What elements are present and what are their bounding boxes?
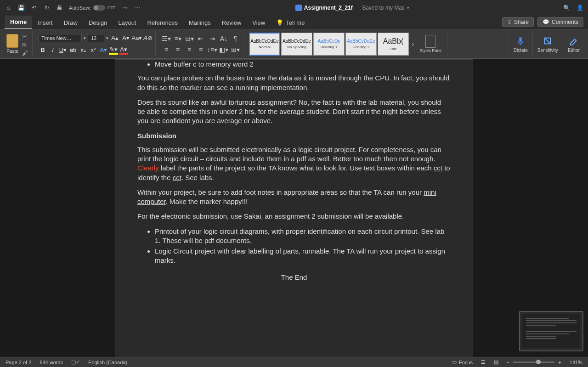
- save-icon[interactable]: 💾: [17, 4, 25, 11]
- text-effects-icon[interactable]: A▾: [99, 45, 108, 55]
- titlebar-center: Assignment_2_21f — Saved to my Mac ▾: [146, 5, 559, 11]
- document-area[interactable]: Move buffer c to memory word 2 You can p…: [0, 59, 588, 357]
- navigation-thumbnail[interactable]: [519, 311, 583, 351]
- sensitivity-icon: [543, 35, 553, 46]
- font-size-select[interactable]: [88, 34, 104, 42]
- tab-draw[interactable]: Draw: [58, 17, 83, 29]
- template-icon[interactable]: ▭: [121, 4, 129, 11]
- align-left-icon[interactable]: ≡: [161, 45, 171, 54]
- tab-references[interactable]: References: [142, 17, 183, 29]
- underline-button[interactable]: U▾: [58, 45, 68, 55]
- word-count[interactable]: 644 words: [40, 360, 63, 365]
- align-right-icon[interactable]: ≡: [184, 45, 194, 54]
- comments-button[interactable]: 💬 Comments: [537, 17, 583, 27]
- superscript-button[interactable]: x²: [89, 45, 98, 55]
- zoom-out-icon[interactable]: −: [507, 360, 509, 365]
- print-icon[interactable]: 🖶: [56, 4, 63, 11]
- undo-icon[interactable]: ↶: [30, 4, 38, 11]
- styles-pane-label: Styles Pane: [419, 49, 441, 53]
- language-indicator[interactable]: English (Canada): [88, 360, 127, 365]
- autosave-toggle[interactable]: AutoSave OFF: [69, 5, 116, 11]
- highlight-icon[interactable]: ✎▾: [109, 45, 118, 55]
- account-icon[interactable]: 👤: [577, 5, 583, 11]
- clipboard-group: Paste ✂ ⎘ 🖌: [4, 31, 33, 56]
- borders-icon[interactable]: ⊞▾: [230, 45, 240, 54]
- numbering-icon[interactable]: ≡▾: [173, 34, 183, 43]
- multilevel-icon[interactable]: ⊟▾: [184, 34, 194, 43]
- ribbon-right: Dictate Sensitivity Editor: [509, 31, 584, 57]
- text-span: . See labs.: [181, 174, 214, 181]
- bullets-icon[interactable]: ☰▾: [161, 34, 171, 43]
- subscript-button[interactable]: x₂: [79, 45, 88, 55]
- autosave-label: AutoSave: [69, 5, 91, 11]
- format-painter-icon[interactable]: 🖌: [22, 50, 28, 55]
- page-indicator[interactable]: Page 2 of 2: [6, 360, 31, 365]
- style-title[interactable]: AaBb( Title: [378, 33, 409, 56]
- home-icon[interactable]: ⌂: [5, 4, 12, 11]
- more-icon[interactable]: ⋯: [134, 4, 141, 11]
- sort-icon[interactable]: A↓: [219, 34, 229, 43]
- spellcheck-icon[interactable]: ▢✓: [71, 359, 80, 365]
- italic-button[interactable]: I: [48, 45, 57, 55]
- tab-review[interactable]: Review: [216, 17, 247, 29]
- toggle-switch-icon[interactable]: [93, 5, 105, 11]
- slider-track[interactable]: [513, 361, 554, 363]
- copy-icon[interactable]: ⎘: [22, 41, 28, 47]
- body-paragraph: This submission will be submitted electr…: [137, 145, 451, 182]
- view-print-icon[interactable]: ☰: [481, 359, 486, 365]
- tab-layout[interactable]: Layout: [113, 17, 141, 29]
- underline-cct: cct: [173, 174, 181, 181]
- focus-mode-button[interactable]: ▭ Focus: [452, 359, 473, 365]
- bullet-item: Logic Circuit project with clear labelli…: [155, 247, 451, 265]
- tab-design[interactable]: Design: [83, 17, 113, 29]
- share-label: Share: [514, 19, 529, 25]
- chevron-down-icon[interactable]: ▾: [106, 36, 108, 40]
- document-page[interactable]: Move buffer c to memory word 2 You can p…: [115, 59, 473, 357]
- grow-font-icon[interactable]: A▴: [110, 34, 119, 43]
- tab-insert[interactable]: Insert: [32, 17, 58, 29]
- styles-group: AaBbCcDdEe Normal AaBbCcDdEe No Spacing …: [246, 31, 447, 56]
- tab-mailings[interactable]: Mailings: [183, 17, 216, 29]
- chevron-down-icon[interactable]: ▾: [84, 36, 86, 40]
- increase-indent-icon[interactable]: ⇥: [207, 34, 217, 43]
- redo-icon[interactable]: ↻: [43, 4, 51, 11]
- bold-button[interactable]: B: [38, 45, 47, 55]
- tab-tellme[interactable]: 💡 Tell me: [271, 17, 310, 29]
- chevron-down-icon[interactable]: ▾: [407, 6, 409, 10]
- font-color-icon[interactable]: A▾: [119, 45, 128, 55]
- search-icon[interactable]: 🔍: [563, 5, 570, 11]
- tab-home[interactable]: Home: [5, 16, 32, 29]
- style-normal[interactable]: AaBbCcDdEe Normal: [249, 33, 280, 56]
- dictate-button[interactable]: Dictate: [509, 31, 532, 57]
- clear-format-icon[interactable]: A⊘: [143, 34, 153, 43]
- tab-view[interactable]: View: [247, 17, 271, 29]
- align-center-icon[interactable]: ≡: [173, 45, 183, 54]
- view-web-icon[interactable]: ▥: [494, 359, 498, 365]
- show-marks-icon[interactable]: ¶: [230, 34, 240, 43]
- cut-icon[interactable]: ✂: [22, 33, 28, 39]
- change-case-icon[interactable]: Aa▾: [132, 34, 141, 43]
- decrease-indent-icon[interactable]: ⇤: [196, 34, 206, 43]
- styles-more-icon[interactable]: ›: [410, 40, 416, 48]
- zoom-in-icon[interactable]: +: [558, 360, 561, 365]
- font-name-select[interactable]: [38, 34, 82, 42]
- styles-pane-button[interactable]: Styles Pane: [417, 35, 444, 53]
- style-heading2[interactable]: AaBbCcDdEe Heading 2: [345, 33, 377, 56]
- zoom-percent[interactable]: 141%: [570, 360, 582, 365]
- sensitivity-button[interactable]: Sensitivity: [532, 31, 563, 57]
- shrink-font-icon[interactable]: A▾: [121, 34, 130, 43]
- line-spacing-icon[interactable]: ↕≡▾: [207, 45, 217, 54]
- style-nospacing[interactable]: AaBbCcDdEe No Spacing: [281, 33, 312, 56]
- share-button[interactable]: ⇪ Share: [502, 17, 534, 27]
- style-heading1[interactable]: AaBbCcDc Heading 1: [313, 33, 345, 56]
- zoom-slider[interactable]: − +: [507, 360, 561, 365]
- dictate-label: Dictate: [514, 48, 528, 53]
- justify-icon[interactable]: ≡: [196, 45, 206, 54]
- editor-button[interactable]: Editor: [563, 31, 584, 57]
- font-group: ▾ ▾ A▴ A▾ Aa▾ A⊘ B I U▾ ab x₂ x² A▾ ✎▾ A…: [35, 31, 156, 56]
- paste-button[interactable]: Paste: [6, 34, 18, 54]
- slider-thumb[interactable]: [536, 360, 541, 364]
- shading-icon[interactable]: ◧▾: [219, 45, 229, 54]
- body-paragraph: You can place probes on the buses to see…: [137, 73, 451, 92]
- strikethrough-button[interactable]: ab: [68, 45, 78, 55]
